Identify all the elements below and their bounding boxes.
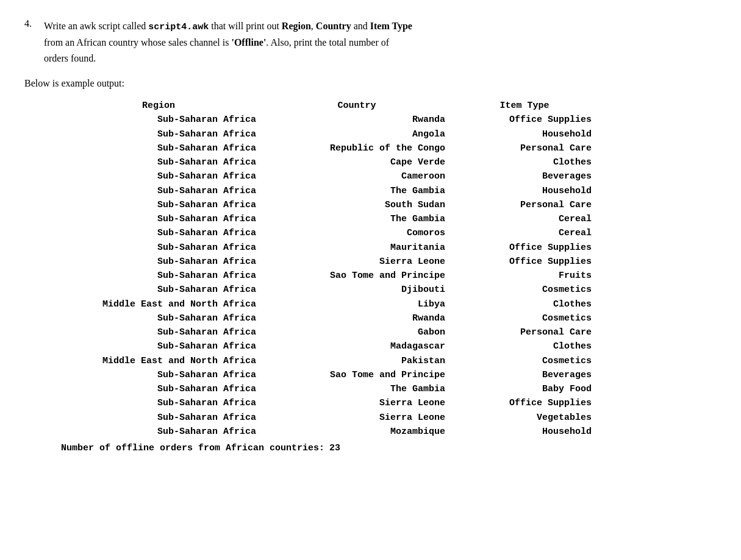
cell-region: Sub-Saharan Africa: [61, 325, 268, 339]
table-row: Sub-Saharan AfricaMadagascarClothes: [61, 339, 717, 353]
table-row: Sub-Saharan AfricaMauritaniaOffice Suppl…: [61, 241, 717, 255]
table-row: Sub-Saharan AfricaSierra LeoneVegetables: [61, 411, 717, 425]
cell-region: Sub-Saharan Africa: [61, 113, 268, 127]
cell-country: The Gambia: [268, 212, 457, 226]
cell-item-type: Office Supplies: [457, 255, 592, 269]
table-row: Sub-Saharan AfricaSao Tome and PrincipeB…: [61, 368, 717, 382]
cell-country: Sao Tome and Principe: [268, 269, 457, 283]
cell-item-type: Household: [457, 127, 592, 141]
cell-item-type: Cosmetics: [457, 311, 592, 325]
cell-country: Pakistan: [268, 354, 457, 368]
cell-item-type: Personal Care: [457, 198, 592, 212]
cell-item-type: Clothes: [457, 155, 592, 169]
output-table: Region Country Item Type Sub-Saharan Afr…: [61, 99, 717, 455]
cell-region: Sub-Saharan Africa: [61, 368, 268, 382]
cell-region: Sub-Saharan Africa: [61, 269, 268, 283]
cell-item-type: Household: [457, 184, 592, 198]
footer-row: Number of offline orders from African co…: [61, 441, 717, 455]
header-country: Country: [268, 99, 457, 113]
cell-item-type: Cereal: [457, 226, 592, 240]
cell-region: Sub-Saharan Africa: [61, 255, 268, 269]
cell-country: Cape Verde: [268, 155, 457, 169]
cell-item-type: Fruits: [457, 269, 592, 283]
cell-country: Sierra Leone: [268, 411, 457, 425]
table-row: Sub-Saharan AfricaSierra LeoneOffice Sup…: [61, 396, 717, 410]
cell-country: Madagascar: [268, 339, 457, 353]
cell-country: Gabon: [268, 325, 457, 339]
cell-item-type: Personal Care: [457, 141, 592, 155]
table-row: Middle East and North AfricaPakistanCosm…: [61, 354, 717, 368]
question-text: Write an awk script called script4.awk t…: [44, 18, 412, 66]
cell-country: Sao Tome and Principe: [268, 368, 457, 382]
table-row: Sub-Saharan AfricaAngolaHousehold: [61, 127, 717, 141]
cell-item-type: Beverages: [457, 368, 592, 382]
table-row: Sub-Saharan AfricaCape VerdeClothes: [61, 155, 717, 169]
cell-item-type: Office Supplies: [457, 396, 592, 410]
cell-country: Mozambique: [268, 425, 457, 439]
cell-country: Sierra Leone: [268, 396, 457, 410]
table-row: Sub-Saharan AfricaRwandaCosmetics: [61, 311, 717, 325]
cell-country: Libya: [268, 297, 457, 311]
cell-region: Sub-Saharan Africa: [61, 141, 268, 155]
cell-country: Mauritania: [268, 241, 457, 255]
cell-region: Sub-Saharan Africa: [61, 241, 268, 255]
bold-offline: 'Offline': [231, 37, 266, 48]
table-row: Sub-Saharan AfricaSierra LeoneOffice Sup…: [61, 255, 717, 269]
cell-item-type: Vegetables: [457, 411, 592, 425]
cell-item-type: Cosmetics: [457, 283, 592, 297]
cell-country: The Gambia: [268, 382, 457, 396]
question-block: 4. Write an awk script called script4.aw…: [24, 18, 717, 66]
cell-region: Sub-Saharan Africa: [61, 396, 268, 410]
cell-region: Sub-Saharan Africa: [61, 155, 268, 169]
table-row: Sub-Saharan AfricaMozambiqueHousehold: [61, 425, 717, 439]
cell-region: Middle East and North Africa: [61, 297, 268, 311]
script-name: script4.awk: [148, 22, 209, 32]
table-row: Sub-Saharan AfricaCameroonBeverages: [61, 169, 717, 183]
cell-item-type: Office Supplies: [457, 241, 592, 255]
question-number: 4.: [24, 18, 39, 66]
cell-item-type: Cereal: [457, 212, 592, 226]
footer-count: 23: [329, 441, 340, 455]
cell-country: Djibouti: [268, 283, 457, 297]
table-row: Sub-Saharan AfricaSouth SudanPersonal Ca…: [61, 198, 717, 212]
cell-region: Sub-Saharan Africa: [61, 226, 268, 240]
header-region: Region: [61, 99, 268, 113]
cell-item-type: Cosmetics: [457, 354, 592, 368]
bold-region: Region: [282, 21, 311, 31]
cell-region: Sub-Saharan Africa: [61, 311, 268, 325]
cell-item-type: Clothes: [457, 339, 592, 353]
table-row: Sub-Saharan AfricaThe GambiaBaby Food: [61, 382, 717, 396]
cell-region: Sub-Saharan Africa: [61, 411, 268, 425]
cell-region: Sub-Saharan Africa: [61, 127, 268, 141]
cell-country: Sierra Leone: [268, 255, 457, 269]
cell-item-type: Clothes: [457, 297, 592, 311]
cell-country: The Gambia: [268, 184, 457, 198]
table-row: Sub-Saharan AfricaThe GambiaHousehold: [61, 184, 717, 198]
bold-item-type: Item Type: [370, 21, 412, 31]
example-label: Below is example output:: [24, 78, 717, 89]
header-item-type: Item Type: [457, 99, 592, 113]
cell-item-type: Office Supplies: [457, 113, 592, 127]
footer-label: Number of offline orders from African co…: [61, 441, 324, 455]
cell-region: Sub-Saharan Africa: [61, 212, 268, 226]
cell-item-type: Household: [457, 425, 592, 439]
bold-country: Country: [316, 21, 351, 31]
header-row: Region Country Item Type: [61, 99, 717, 113]
cell-region: Sub-Saharan Africa: [61, 198, 268, 212]
cell-item-type: Baby Food: [457, 382, 592, 396]
cell-country: Cameroon: [268, 169, 457, 183]
table-row: Sub-Saharan AfricaSao Tome and PrincipeF…: [61, 269, 717, 283]
table-row: Sub-Saharan AfricaDjiboutiCosmetics: [61, 283, 717, 297]
table-row: Middle East and North AfricaLibyaClothes: [61, 297, 717, 311]
table-row: Sub-Saharan AfricaGabonPersonal Care: [61, 325, 717, 339]
cell-region: Sub-Saharan Africa: [61, 339, 268, 353]
cell-item-type: Personal Care: [457, 325, 592, 339]
data-rows-container: Sub-Saharan AfricaRwandaOffice SuppliesS…: [61, 113, 717, 439]
cell-region: Sub-Saharan Africa: [61, 184, 268, 198]
cell-item-type: Beverages: [457, 169, 592, 183]
cell-region: Sub-Saharan Africa: [61, 425, 268, 439]
cell-country: Rwanda: [268, 113, 457, 127]
cell-country: Comoros: [268, 226, 457, 240]
cell-region: Sub-Saharan Africa: [61, 382, 268, 396]
table-row: Sub-Saharan AfricaRepublic of the CongoP…: [61, 141, 717, 155]
